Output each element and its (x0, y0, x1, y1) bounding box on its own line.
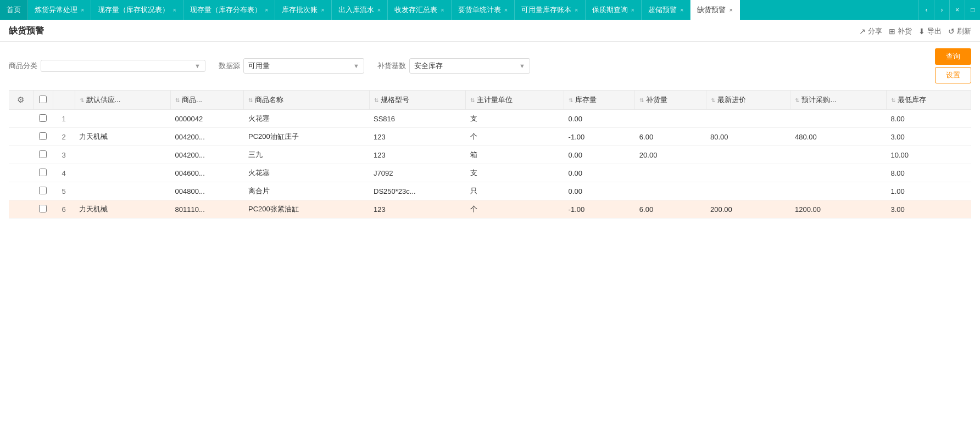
share-icon: ↗ (859, 27, 866, 36)
col-min-stock-icon: ⇅ (891, 97, 895, 103)
table-header-row: ⚙ ⇅ 默认供应... ⇅ (9, 91, 971, 110)
col-replenish-icon: ⇅ (639, 97, 644, 103)
col-spec-icon: ⇅ (374, 97, 378, 103)
row-est-purchase-0 (790, 110, 887, 128)
datasource-filter-group: 数据源 可用量 ▼ (219, 58, 364, 74)
category-filter-group: 商品分类 ▼ (9, 60, 205, 72)
row-min-stock-0: 8.00 (887, 110, 971, 128)
nav-item-close-9[interactable]: × (631, 7, 634, 13)
row-est-purchase-3 (790, 164, 887, 182)
refresh-btn[interactable]: ↺ 刷新 (948, 26, 971, 36)
nav-prev-btn[interactable]: ‹ (918, 0, 934, 20)
replenish-base-chevron-icon: ▼ (519, 63, 525, 69)
nav-item-label-1: 炼货异常处理 (35, 5, 77, 15)
row-checkbox-2[interactable] (39, 150, 47, 158)
col-name-label: 商品名称 (255, 95, 283, 105)
col-supplier-icon: ⇅ (80, 97, 84, 103)
replenish-base-label: 补货基数 (377, 61, 406, 71)
col-unit: ⇅ 主计量单位 (466, 91, 564, 110)
row-checkbox-3[interactable] (39, 169, 47, 176)
nav-item-10[interactable]: 超储预警× (642, 0, 691, 20)
nav-item-label-10: 超储预警 (648, 5, 677, 15)
nav-item-11[interactable]: 缺货预警× (691, 0, 739, 20)
replenish-btn[interactable]: ⊞ 补货 (889, 26, 912, 36)
top-navigation: 首页炼货异常处理×现存量（库存状况表）×现存量（库存分布表）×库存批次账×出入库… (0, 0, 980, 20)
table-row: 3004200...三九123箱0.0020.0010.00 (9, 146, 971, 164)
nav-item-close-7[interactable]: × (504, 7, 508, 13)
nav-item-8[interactable]: 可用量库存账本× (515, 0, 585, 20)
row-min-stock-2: 10.00 (887, 146, 971, 164)
col-unit-icon: ⇅ (470, 97, 475, 103)
nav-maximize-btn[interactable]: □ (965, 0, 980, 20)
replenish-base-select-value: 安全库存 (414, 61, 515, 71)
nav-close-btn[interactable]: × (949, 0, 965, 20)
row-checkbox-4[interactable] (39, 187, 47, 194)
col-latest-price-label: 最新进价 (717, 95, 746, 105)
nav-item-2[interactable]: 现存量（库存状况表）× (91, 0, 183, 20)
row-unit-4: 只 (466, 182, 564, 200)
table-settings-icon[interactable]: ⚙ (17, 95, 24, 105)
row-code-0: 0000042 (171, 110, 244, 128)
row-checkbox-0[interactable] (39, 114, 47, 122)
row-checkbox-1[interactable] (39, 132, 47, 140)
table-row: 4004600...火花塞J7092支0.008.00 (9, 164, 971, 182)
query-button[interactable]: 查询 (935, 48, 971, 65)
nav-item-close-2[interactable]: × (172, 7, 176, 13)
col-latest-price-icon: ⇅ (711, 97, 715, 103)
nav-item-4[interactable]: 库存批次账× (275, 0, 331, 20)
row-stock-1: -1.00 (564, 128, 635, 146)
nav-item-close-8[interactable]: × (575, 7, 578, 13)
col-check (33, 91, 53, 110)
select-all-checkbox[interactable] (39, 96, 47, 103)
setting-button[interactable]: 设置 (935, 67, 971, 83)
col-supplier: ⇅ 默认供应... (75, 91, 171, 110)
col-stock: ⇅ 库存量 (564, 91, 635, 110)
share-btn[interactable]: ↗ 分享 (859, 26, 882, 36)
nav-item-label-8: 可用量库存账本 (521, 5, 571, 15)
table-row: 2力天机械004200...PC200油缸庄子123个-1.006.0080.0… (9, 128, 971, 146)
row-est-purchase-5: 1200.00 (790, 200, 887, 218)
replenish-base-select[interactable]: 安全库存 ▼ (409, 58, 530, 74)
nav-item-0[interactable]: 首页 (0, 0, 28, 20)
row-no-1: 2 (53, 128, 75, 146)
row-unit-1: 个 (466, 128, 564, 146)
export-btn[interactable]: ⬇ 导出 (918, 26, 942, 36)
row-code-1: 004200... (171, 128, 244, 146)
nav-item-close-11[interactable]: × (729, 7, 732, 13)
row-checkbox-5[interactable] (39, 205, 47, 212)
nav-item-close-4[interactable]: × (321, 7, 324, 13)
category-select[interactable]: ▼ (41, 60, 205, 72)
nav-item-close-5[interactable]: × (377, 7, 381, 13)
header-actions: ↗ 分享 ⊞ 补货 ⬇ 导出 ↺ 刷新 (859, 26, 971, 36)
row-no-2: 3 (53, 146, 75, 164)
row-replenish-0 (635, 110, 706, 128)
nav-item-label-6: 收发存汇总表 (394, 5, 437, 15)
col-spec: ⇅ 规格型号 (369, 91, 466, 110)
row-supplier-4 (75, 182, 171, 200)
nav-item-5[interactable]: 出入库流水× (332, 0, 388, 20)
row-supplier-1: 力天机械 (75, 128, 171, 146)
datasource-select[interactable]: 可用量 ▼ (243, 58, 364, 74)
nav-item-3[interactable]: 现存量（库存分布表）× (183, 0, 275, 20)
row-settings-cell-3 (9, 164, 33, 182)
col-settings: ⚙ (9, 91, 33, 110)
row-latest-price-3 (706, 164, 790, 182)
col-spec-label: 规格型号 (381, 95, 409, 105)
nav-item-close-1[interactable]: × (81, 7, 84, 13)
row-settings-cell-0 (9, 110, 33, 128)
row-check-cell-2 (33, 146, 53, 164)
nav-next-btn[interactable]: › (934, 0, 949, 20)
nav-item-close-3[interactable]: × (265, 7, 268, 13)
row-check-cell-1 (33, 128, 53, 146)
row-name-2: 三九 (244, 146, 369, 164)
row-supplier-3 (75, 164, 171, 182)
nav-item-9[interactable]: 保质期查询× (586, 0, 642, 20)
col-est-purchase-icon: ⇅ (795, 97, 799, 103)
row-name-3: 火花塞 (244, 164, 369, 182)
nav-item-close-10[interactable]: × (680, 7, 683, 13)
col-code-icon: ⇅ (175, 97, 180, 103)
nav-item-6[interactable]: 收发存汇总表× (388, 0, 451, 20)
nav-item-close-6[interactable]: × (441, 7, 444, 13)
nav-item-7[interactable]: 要货单统计表× (452, 0, 515, 20)
nav-item-1[interactable]: 炼货异常处理× (28, 0, 91, 20)
